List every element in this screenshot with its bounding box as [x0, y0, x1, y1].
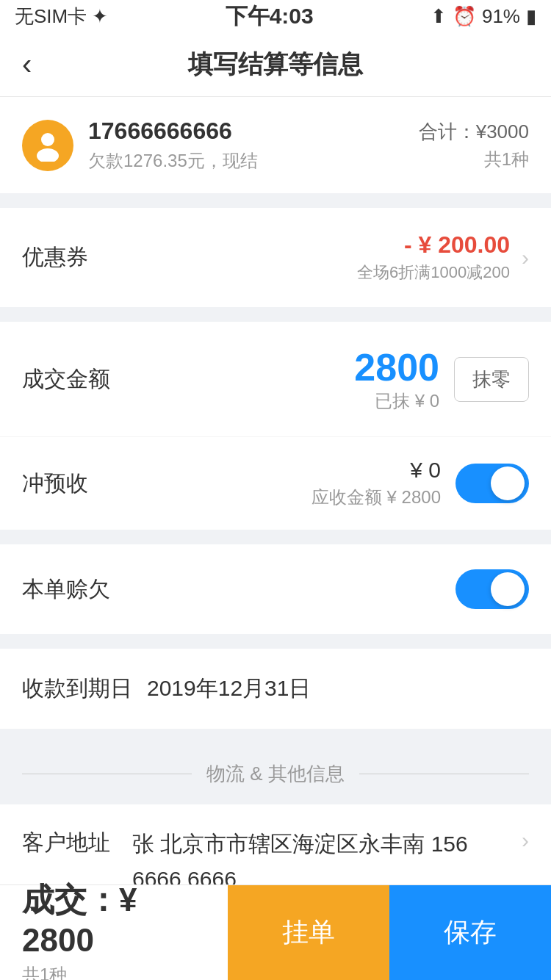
due-date-value: 2019年12月31日	[147, 674, 311, 704]
address-label: 客户地址	[22, 826, 110, 858]
battery-text: 91%	[482, 5, 520, 28]
prepay-amount: ¥ 0	[311, 458, 441, 483]
nav-bar: ‹ 填写结算等信息	[0, 32, 551, 97]
prepay-value-wrap: ¥ 0 应收金额 ¥ 2800	[311, 458, 441, 509]
prepay-sub: 应收金额 ¥ 2800	[311, 486, 441, 509]
due-date-section: 收款到期日 2019年12月31日	[0, 649, 551, 729]
footer: 成交：¥ 2800 共1种 挂单 保存	[0, 884, 551, 980]
status-bar: 无SIM卡 ✦ 下午4:03 ⬆ ⏰ 91% ▮	[0, 0, 551, 32]
save-button[interactable]: 保存	[389, 885, 551, 980]
deal-section: 成交金额 2800 已抹 ¥ 0 抹零 冲预收 ¥ 0 应收金额 ¥ 2800	[0, 322, 551, 530]
location-icon: ⬆	[431, 5, 447, 28]
alarm-icon: ⏰	[453, 5, 476, 28]
back-button[interactable]: ‹	[22, 48, 32, 81]
footer-btn-group: 挂单 保存	[228, 885, 551, 980]
content-area: 17666666666 欠款1276.35元，现结 合计：¥3000 共1种 优…	[0, 97, 551, 980]
customer-phone: 17666666666	[88, 118, 258, 145]
footer-deal-amount: 成交：¥ 2800	[22, 879, 206, 959]
status-time: 下午4:03	[226, 1, 314, 32]
customer-info: 17666666666 欠款1276.35元，现结	[88, 118, 258, 173]
chevron-right-icon: ›	[522, 245, 529, 270]
prepay-right: ¥ 0 应收金额 ¥ 2800	[311, 458, 529, 509]
page-title: 填写结算等信息	[188, 48, 363, 82]
round-off-button[interactable]: 抹零	[454, 357, 529, 402]
deal-right: 2800 已抹 ¥ 0 抹零	[354, 345, 529, 413]
footer-count: 共1种	[22, 963, 206, 980]
customer-right: 合计：¥3000 共1种	[419, 119, 529, 171]
coupon-row[interactable]: 优惠券 - ¥ 200.00 全场6折满1000减200 ›	[0, 208, 551, 307]
coupon-label: 优惠券	[22, 242, 88, 273]
coupon-section: 优惠券 - ¥ 200.00 全场6折满1000减200 ›	[0, 208, 551, 307]
deal-row: 成交金额 2800 已抹 ¥ 0 抹零	[0, 322, 551, 436]
coupon-value: - ¥ 200.00 全场6折满1000减200	[357, 231, 510, 284]
divider-line-right	[359, 774, 529, 774]
customer-card: 17666666666 欠款1276.35元，现结 合计：¥3000 共1种	[0, 97, 551, 193]
svg-point-1	[37, 148, 59, 162]
credit-label: 本单赊欠	[22, 574, 110, 605]
footer-deal-label: 成交：	[22, 882, 119, 918]
battery-icon: ▮	[526, 5, 536, 28]
prepay-label: 冲预收	[22, 469, 88, 499]
due-date-label: 收款到期日	[22, 674, 132, 704]
total-count: 共1种	[419, 148, 529, 171]
divider-line-left	[22, 774, 192, 774]
coupon-amount: - ¥ 200.00	[357, 231, 510, 259]
deal-amount-number: 2800	[354, 345, 439, 389]
deal-label: 成交金额	[22, 364, 110, 394]
divider-text: 物流 & 其他信息	[206, 761, 345, 787]
divider-section: 物流 & 其他信息	[0, 743, 551, 804]
address-chevron-icon: ›	[522, 826, 529, 853]
coupon-right: - ¥ 200.00 全场6折满1000减200 ›	[357, 231, 529, 284]
hang-order-button[interactable]: 挂单	[228, 885, 389, 980]
credit-section: 本单赊欠	[0, 544, 551, 634]
customer-left: 17666666666 欠款1276.35元，现结	[22, 118, 258, 173]
coupon-desc: 全场6折满1000减200	[357, 262, 510, 284]
avatar	[22, 120, 73, 171]
svg-point-0	[41, 133, 54, 146]
deal-amount-wrap: 2800 已抹 ¥ 0	[354, 345, 439, 413]
credit-toggle[interactable]	[455, 569, 529, 609]
customer-sub: 欠款1276.35元，现结	[88, 149, 258, 173]
status-right: ⬆ ⏰ 91% ▮	[431, 5, 536, 28]
total-label: 合计：¥3000	[419, 119, 529, 145]
footer-info: 成交：¥ 2800 共1种	[0, 879, 228, 980]
deal-amount-sub: 已抹 ¥ 0	[354, 389, 439, 413]
signal-text: 无SIM卡 ✦	[15, 4, 108, 29]
prepay-row: 冲预收 ¥ 0 应收金额 ¥ 2800	[0, 436, 551, 530]
section-divider: 物流 & 其他信息	[0, 743, 551, 804]
prepay-toggle[interactable]	[455, 464, 529, 503]
status-left: 无SIM卡 ✦	[15, 4, 108, 29]
